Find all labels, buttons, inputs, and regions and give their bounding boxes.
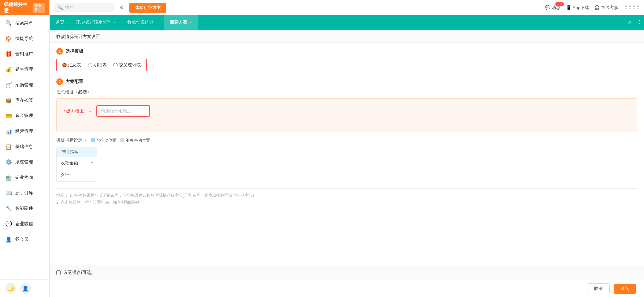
radio-detail[interactable]: 明细表 [88,62,107,68]
sidebar-item-inventory[interactable]: 📦 库存核算 [0,93,49,108]
dimension-select[interactable]: 请选择分组维度 [96,105,150,117]
tab-maximize-btn[interactable]: ⛶ [635,19,640,26]
basic-info-icon: 📋 [5,144,12,150]
search-icon: 🔍 [58,5,63,10]
tab-bank-flow-close[interactable]: × [113,20,115,24]
radio-crosstab[interactable]: 交叉统计表 [113,62,141,68]
tab-home[interactable]: 首页 [50,15,70,30]
sidebar-item-wechat[interactable]: 💬 企业微信 [0,216,49,232]
sidebar-item-basic-info[interactable]: 📋 基础信息 [0,139,49,154]
sidebar-item-system[interactable]: ⚙️ 系统管理 [0,154,49,170]
tab-bank-flow[interactable]: 现金银行流水查询 × [70,15,121,30]
draggable-badge: 可拖动位置 [91,138,116,143]
non-draggable-label: 不可拖动位置） [126,138,154,143]
tab-home-label: 首页 [56,19,64,26]
cancel-button[interactable]: 取消 [587,283,610,294]
sidebar-item-purchase[interactable]: 🛒 采购管理 [0,77,49,93]
indicator-item-label-0: 收款金额 [61,160,78,166]
main-area: 🔍 搜索 ⚙ 体验行业方案 💬 消息 99+ 📱 App下载 🎧 在线客服 某某… [50,0,644,297]
sidebar-item-label: 快捷导航 [15,36,33,42]
sidebar-item-finance[interactable]: 💳 资金管理 [0,108,49,123]
radio-crosstab-label: 交叉统计表 [119,62,141,68]
step2-section: 2 方案配置 汇总维度（必选） * 纵向维度 → 请选择分组维度 [56,78,637,205]
step2-header: 2 方案配置 [56,78,637,85]
dimension-placeholder: 请选择分组维度 [101,108,131,113]
radio-summary-label: 汇总表 [68,62,81,68]
indicator-item-label-1: 合计 [61,172,69,178]
sidebar-item-label: 基础信息 [15,144,33,150]
wechat-icon: 💬 [5,221,12,227]
sidebar-bottom: 🌙 👤 [0,279,49,297]
step1-section: 1 选择模板 汇总表 明细表 [56,48,637,71]
tab-collection-stats-close[interactable]: × [156,20,158,24]
step1-header: 1 选择模板 [56,48,637,55]
hardware-icon: 🔧 [5,205,12,212]
inventory-icon: 📦 [5,97,12,104]
trial-button[interactable]: 体验行业方案 [129,3,166,13]
query-button[interactable]: 查询 [614,284,636,294]
save-checkbox[interactable] [56,270,61,275]
download-btn[interactable]: 📱 App下载 [566,5,589,11]
tab-close-all-btn[interactable]: ✕ [628,19,632,26]
indicator-item-1[interactable]: 合计 [57,169,97,181]
sidebar-item-label: 企业微信 [15,221,33,227]
radio-detail-input[interactable] [88,63,92,67]
dimension-row: * 纵向维度 → 请选择分组维度 [63,105,630,117]
sidebar-bottom-icon2[interactable]: 👤 [20,283,31,294]
finance-icon: 💳 [5,113,12,119]
sidebar-item-quick-nav[interactable]: 🏠 快捷导航 [0,31,49,46]
system-icon: ⚙️ [5,159,12,165]
page-header: 收款情况统计方案设置 [50,30,644,43]
service-btn[interactable]: 🎧 在线客服 [594,5,619,11]
settings-icon[interactable]: ⚙ [119,4,124,11]
radio-detail-label: 明细表 [94,62,107,68]
sidebar: 畅捷通好生意 标准版 🔍 搜索菜单 🏠 快捷导航 🎁 营销推广 💰 销售管理 🛒… [0,0,50,297]
tab-collection-stats-label: 收款情况统计 [127,19,154,26]
radio-summary[interactable]: 汇总表 [62,62,81,68]
dimension-arrow: → [88,109,92,114]
indicator-dropdown-arrow: ▾ [91,161,93,165]
sidebar-item-guide[interactable]: 📖 新手引导 [0,185,49,201]
search-menu-icon: 🔍 [5,20,12,27]
sidebar-item-label: 系统管理 [15,159,33,165]
dimension-area: * 纵向维度 → 请选择分组维度 [56,98,637,132]
tabbar: 首页 现金银行流水查询 × 收款情况统计 × 新建方案 × ✕ ⛶ [50,15,644,30]
sidebar-item-hardware[interactable]: 🔧 智能硬件 [0,201,49,216]
sidebar-item-enterprise[interactable]: 🏢 企业协同 [0,170,49,185]
indicator-item-0[interactable]: 收款金额 ▾ [57,157,97,169]
radio-summary-input[interactable] [62,63,67,67]
sidebar-item-search-menu[interactable]: 🔍 搜索菜单 [0,15,49,31]
step1-title: 选择模板 [66,48,83,54]
sidebar-item-label: 采购管理 [15,82,33,88]
sidebar-item-member[interactable]: 👤 畅会员 [0,232,49,247]
step2-number: 2 [56,78,63,85]
page-footer: 方案保存(可选) [50,265,644,280]
tip1: 提示： 1. 拖动标题栏可以调整布局，不可跨维度或指标区域拖动目字段(只能在同一… [56,193,637,198]
page-body: 1 选择模板 汇总表 明细表 [50,43,644,265]
radio-crosstab-input[interactable] [113,63,118,67]
search-box[interactable]: 🔍 搜索 [54,3,114,12]
tips-prefix: 提示： [56,193,68,198]
sidebar-item-label: 资金管理 [15,113,33,119]
tab-new-plan[interactable]: 新建方案 × [164,15,198,30]
tab-collection-stats[interactable]: 收款情况统计 × [121,15,164,30]
step1-number: 1 [56,48,63,55]
tab-new-plan-close[interactable]: × [190,20,192,24]
non-draggable-badge: 不可拖动位置） [120,138,154,143]
tip2: 2. 点击标题栏下拉可设置排序、插入列和删除列 [56,200,637,205]
indicator-section-label: 统计指标 [57,147,97,157]
sidebar-bottom-icon1[interactable]: 🌙 [5,283,16,294]
sidebar-item-sales[interactable]: 💰 销售管理 [0,62,49,77]
topbar-right: 💬 消息 99+ 📱 App下载 🎧 在线客服 某某某某 [545,5,640,11]
sidebar-item-marketing[interactable]: 🎁 营销推广 [0,46,49,62]
sidebar-item-label: 库存核算 [15,97,33,103]
bottom-bar: 取消 查询 [50,280,644,297]
message-count: 99+ [555,2,564,6]
message-badge[interactable]: 💬 消息 99+ [545,5,560,11]
page-inner: 收款情况统计方案设置 1 选择模板 汇总表 [50,30,644,280]
sidebar-item-label: 畅会员 [15,236,29,242]
sidebar-item-label: 智能硬件 [15,205,33,211]
indicator-settings-header: 模板指标设定（ 可拖动位置 不可拖动位置） [56,137,637,143]
config-section: 汇总维度（必选） * 纵向维度 → 请选择分组维度 [56,89,637,182]
sidebar-item-operations[interactable]: 📊 经营管理 [0,123,49,139]
